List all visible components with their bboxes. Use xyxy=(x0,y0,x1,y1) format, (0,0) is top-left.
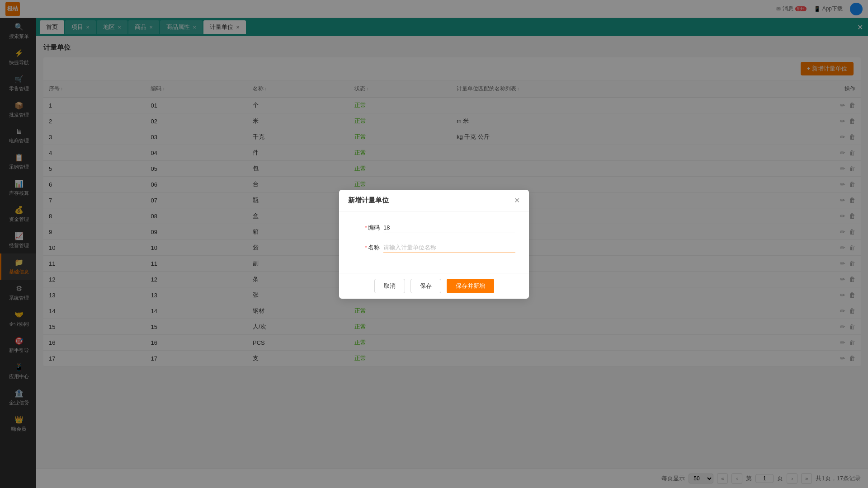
name-input[interactable] xyxy=(383,242,515,253)
modal-title: 新增计量单位 xyxy=(348,196,389,205)
modal-close-button[interactable]: ✕ xyxy=(514,196,520,205)
add-measure-unit-modal: 新增计量单位 ✕ *编码 *名称 取消 保存 保存并新增 xyxy=(339,190,529,299)
cancel-button[interactable]: 取消 xyxy=(374,279,405,293)
save-and-new-button[interactable]: 保存并新增 xyxy=(447,279,494,293)
name-label: *名称 xyxy=(353,244,380,252)
code-label: *编码 xyxy=(353,224,380,232)
modal-body: *编码 *名称 xyxy=(339,211,529,273)
modal-footer: 取消 保存 保存并新增 xyxy=(339,273,529,299)
code-input[interactable] xyxy=(383,222,515,233)
name-form-row: *名称 xyxy=(353,242,515,253)
code-form-row: *编码 xyxy=(353,222,515,233)
modal-overlay[interactable]: 新增计量单位 ✕ *编码 *名称 取消 保存 保存并新增 xyxy=(0,0,868,488)
modal-header: 新增计量单位 ✕ xyxy=(339,190,529,211)
save-button[interactable]: 保存 xyxy=(410,279,441,293)
code-required-mark: * xyxy=(365,224,367,231)
name-required-mark: * xyxy=(365,244,367,251)
